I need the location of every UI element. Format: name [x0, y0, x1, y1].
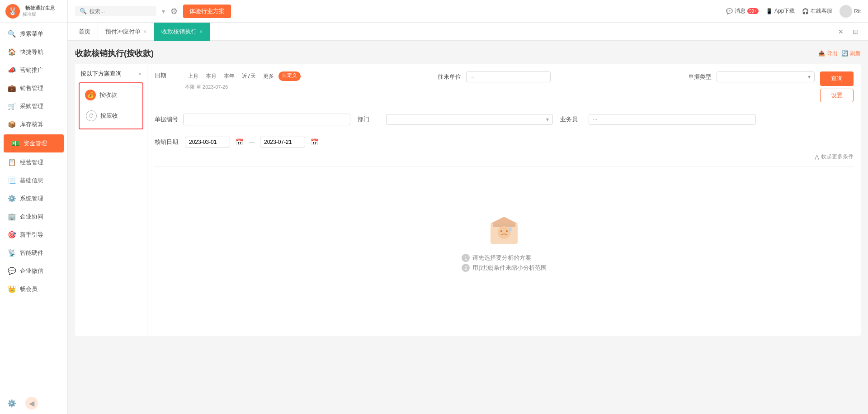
- sidebar-label-sales: 销售管理: [20, 84, 43, 92]
- query-btn[interactable]: 查询: [820, 71, 854, 86]
- sidebar-item-member[interactable]: 👑 畅会员: [0, 280, 67, 298]
- sidebar-item-guide[interactable]: 🎯 新手引导: [0, 226, 67, 244]
- date-btn-lastmonth[interactable]: 上月: [185, 71, 201, 81]
- page-header: 收款核销执行(按收款) 📤 导出 🔄 刷新: [75, 48, 861, 59]
- topbar-search-input[interactable]: [90, 8, 144, 14]
- inventory-icon: 📦: [7, 120, 16, 129]
- writeoff-calendar-from-icon[interactable]: 📅: [236, 138, 243, 146]
- date-btn-more[interactable]: 更多: [260, 71, 277, 81]
- staff-select[interactable]: ···: [589, 114, 756, 125]
- tab-maximize-btn[interactable]: ⊡: [850, 26, 861, 37]
- logo-icon: 🐰: [5, 4, 20, 19]
- date-custom-badge[interactable]: 自定义: [278, 71, 301, 81]
- dept-select[interactable]: ▾: [386, 114, 553, 125]
- svg-point-6: [509, 227, 512, 232]
- tab-close-all-btn[interactable]: ✕: [835, 26, 846, 37]
- sidebar-item-sales[interactable]: 💼 销售管理: [0, 79, 67, 97]
- tab-writeoff[interactable]: 收款核销执行 ×: [154, 23, 210, 41]
- marketing-icon: 📣: [7, 66, 16, 75]
- collapse-sidebar-btn[interactable]: ◀: [25, 397, 38, 409]
- setting-btn[interactable]: 设置: [820, 89, 854, 102]
- settings-bottom-icon[interactable]: ⚙️: [5, 397, 18, 409]
- contact-select[interactable]: ···: [466, 71, 551, 82]
- contact-placeholder: ···: [470, 74, 475, 80]
- empty-step2-text: 用[过滤]条件来缩小分析范围: [472, 264, 546, 272]
- date-btn-7days[interactable]: 近7天: [239, 71, 259, 81]
- tab-prepay[interactable]: 预付冲应付单 ×: [98, 23, 154, 41]
- dept-label: 部门: [358, 115, 382, 124]
- sidebar-item-corp[interactable]: 🏢 企业协同: [0, 208, 67, 226]
- home-icon: 🏠: [7, 48, 16, 57]
- corp-icon: 🏢: [7, 212, 16, 221]
- filter-item-receivable[interactable]: ⏱ 按应收: [80, 105, 142, 127]
- page-actions: 📤 导出 🔄 刷新: [818, 50, 861, 57]
- filter-item-receipt-label: 按收款: [99, 91, 117, 99]
- sidebar-item-finance[interactable]: 💵 资金管理: [4, 134, 64, 152]
- dept-row: 部门 ▾: [358, 114, 553, 125]
- voucher-type-select[interactable]: ▾: [717, 71, 815, 82]
- user-info[interactable]: Rit: [840, 5, 861, 18]
- dept-arrow: ▾: [546, 116, 549, 123]
- export-icon: 📤: [818, 50, 825, 57]
- weixin-icon: 💬: [7, 266, 16, 276]
- sidebar-item-hardware[interactable]: 📡 智能硬件: [0, 244, 67, 262]
- message-icon: 💬: [726, 8, 733, 14]
- sales-icon: 💼: [7, 84, 16, 93]
- filter-panel-title: 按以下方案查询: [80, 70, 122, 78]
- collapse-more[interactable]: ⋀ 收起更多条件: [155, 153, 854, 161]
- online-service-action[interactable]: 🎧 在线客服: [802, 7, 832, 15]
- tab-writeoff-close[interactable]: ×: [199, 29, 203, 34]
- sidebar-item-basic[interactable]: 📃 基础信息: [0, 171, 67, 190]
- main: 🔍 ▾ ⚙ 体验行业方案 💬 消息 99+ 📱 App下载 🎧 在线客服 Rit: [68, 0, 868, 414]
- sidebar-item-system[interactable]: ⚙️ 系统管理: [0, 190, 67, 208]
- topbar-dropdown-icon[interactable]: ▾: [162, 8, 165, 15]
- filter-box: 💰 按收款 ⏱ 按应收: [79, 82, 143, 129]
- app-download-action[interactable]: 📱 App下载: [766, 7, 795, 15]
- svg-point-3: [498, 226, 510, 239]
- topbar-gear-icon[interactable]: ⚙: [170, 6, 178, 16]
- date-btn-thismonth[interactable]: 本月: [203, 71, 219, 81]
- tab-prepay-close[interactable]: ×: [143, 29, 146, 34]
- date-btn-thisyear[interactable]: 本年: [221, 71, 237, 81]
- logo: 🐰 畅捷通好生意 标准版: [0, 0, 67, 23]
- writeoff-date-label: 核销日期: [155, 138, 179, 146]
- filter-item-receivable-label: 按应收: [100, 112, 118, 120]
- writeoff-date-row: 核销日期 📅 — 📅: [155, 137, 854, 148]
- guide-icon: 🎯: [7, 230, 16, 239]
- svg-marker-1: [491, 217, 518, 224]
- writeoff-calendar-to-icon[interactable]: 📅: [311, 138, 318, 146]
- tab-home-label: 首页: [79, 28, 90, 36]
- query-area: 日期 上月 本月 本年 近7天 更多 自定义 不限 至 2023-07-26: [147, 64, 861, 336]
- sidebar-item-marketing[interactable]: 📣 营销推广: [0, 61, 67, 79]
- export-btn[interactable]: 📤 导出: [818, 50, 838, 57]
- filter-collapse-icon[interactable]: »: [138, 71, 142, 77]
- page-title: 收款核销执行(按收款): [75, 48, 154, 59]
- solution-btn[interactable]: 体验行业方案: [183, 5, 231, 18]
- empty-step-1: 1 请先选择要分析的方案: [462, 254, 546, 262]
- sidebar-item-nav[interactable]: 🏠 快捷导航: [0, 43, 67, 61]
- date-filter-row: 日期 上月 本月 本年 近7天 更多 自定义 不限 至 2023-07-26: [155, 71, 854, 102]
- sidebar-item-weixin[interactable]: 💬 企业微信: [0, 262, 67, 280]
- sidebar-label-weixin: 企业微信: [20, 267, 43, 275]
- topbar: 🔍 ▾ ⚙ 体验行业方案 💬 消息 99+ 📱 App下载 🎧 在线客服 Rit: [68, 0, 868, 23]
- sidebar-item-operations[interactable]: 📋 经营管理: [0, 153, 67, 171]
- content-panel: 按以下方案查询 » 💰 按收款 ⏱ 按应收: [75, 64, 861, 336]
- topbar-search-box[interactable]: 🔍: [75, 6, 156, 16]
- date-nolimit: 不限 至 2023-07-26: [185, 84, 301, 90]
- tab-home[interactable]: 首页: [71, 23, 98, 41]
- user-name: Rit: [854, 8, 861, 14]
- refresh-btn[interactable]: 🔄 刷新: [841, 50, 861, 57]
- sidebar-bottom: ⚙️ ◀: [0, 392, 67, 414]
- app-download-label: App下载: [774, 7, 795, 15]
- message-action[interactable]: 💬 消息 99+: [726, 7, 759, 15]
- empty-step-2: 2 用[过滤]条件来缩小分析范围: [462, 264, 546, 272]
- sidebar-item-inventory[interactable]: 📦 库存核算: [0, 115, 67, 133]
- filter-item-receipt[interactable]: 💰 按收款: [80, 85, 142, 105]
- writeoff-date-to[interactable]: [260, 137, 305, 148]
- sidebar-item-search[interactable]: 🔍 搜索菜单: [0, 25, 67, 43]
- voucher-no-input[interactable]: [183, 114, 350, 125]
- message-label: 消息: [735, 7, 745, 15]
- logo-name: 畅捷通好生意: [25, 5, 55, 11]
- writeoff-date-from[interactable]: [185, 137, 230, 148]
- sidebar-item-purchase[interactable]: 🛒 采购管理: [0, 97, 67, 115]
